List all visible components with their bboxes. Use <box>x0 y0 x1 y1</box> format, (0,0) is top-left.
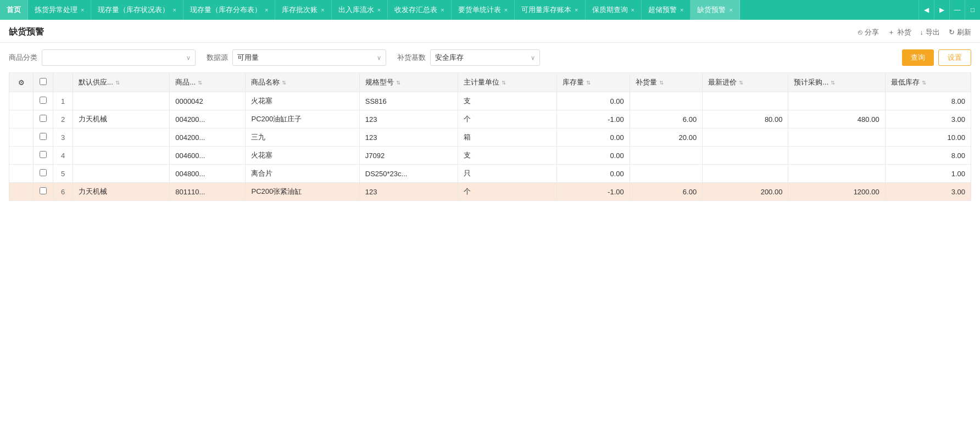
row-estimated-purchase: 480.00 <box>788 110 885 128</box>
nav-tab-expiry-query[interactable]: 保质期查询× <box>586 0 642 20</box>
product-name-th-label: 商品名称 <box>251 77 280 87</box>
row-gear-cell <box>9 92 34 110</box>
column-select-all-th[interactable] <box>34 73 53 92</box>
category-select[interactable]: ∨ <box>42 49 196 66</box>
column-estimated-purchase-th[interactable]: 预计采购... ⇅ <box>788 73 885 92</box>
table-row: 6力天机械801110...PC200张紧油缸123个-1.006.00200.… <box>9 183 971 201</box>
refresh-action[interactable]: ↻ 刷新 <box>949 27 971 37</box>
column-default-supplier-th[interactable]: 默认供应... ⇅ <box>73 73 170 92</box>
datasource-select-value: 可用量 <box>237 53 259 63</box>
row-checkbox[interactable] <box>40 133 47 140</box>
query-button[interactable]: 查询 <box>902 49 934 66</box>
row-checkbox[interactable] <box>40 151 47 158</box>
row-min-stock: 8.00 <box>885 147 971 165</box>
share-action[interactable]: ⎋ 分享 <box>858 27 879 37</box>
row-min-stock: 3.00 <box>885 110 971 128</box>
column-stock-th[interactable]: 库存量 ⇅ <box>557 73 630 92</box>
row-unit: 只 <box>458 165 557 183</box>
row-product-code: 004200... <box>170 128 246 147</box>
nav-tab-overstock[interactable]: 超储预警× <box>642 0 691 20</box>
row-checkbox[interactable] <box>40 115 47 122</box>
replenish-basis-filter-group: 补货基数 安全库存 ∨ <box>397 49 540 66</box>
export-label: 导出 <box>926 27 940 37</box>
latest-price-sort-icon: ⇅ <box>739 80 743 86</box>
table-row: 2力天机械004200...PC200油缸庄子123个-1.006.0080.0… <box>9 110 971 128</box>
min-stock-th-label: 最低库存 <box>891 77 920 87</box>
row-default-supplier <box>73 92 170 110</box>
row-latest-price <box>703 92 788 110</box>
nav-tab-home[interactable]: 首页 <box>0 0 28 20</box>
column-min-stock-th[interactable]: 最低库存 ⇅ <box>885 73 971 92</box>
row-checkbox[interactable] <box>40 97 47 104</box>
row-default-supplier <box>73 165 170 183</box>
nav-tab-demand-stat[interactable]: 要货单统计表× <box>452 0 515 20</box>
row-replenish-qty <box>630 165 702 183</box>
table-container: ⚙ 默认供应... ⇅ 商品... <box>0 72 980 201</box>
replenish-icon: ＋ <box>888 27 895 37</box>
row-checkbox-cell <box>34 92 53 110</box>
nav-tab-close-collect-summary[interactable]: × <box>441 7 444 13</box>
row-gear-cell <box>9 110 34 128</box>
column-product-code-th[interactable]: 商品... ⇅ <box>170 73 246 92</box>
nav-tab-close-inventory-status[interactable]: × <box>172 7 176 13</box>
nav-minimize-button[interactable]: — <box>949 0 965 20</box>
nav-tab-close-flow[interactable]: × <box>377 7 381 13</box>
replenish-action[interactable]: ＋ 补货 <box>888 27 911 37</box>
row-estimated-purchase <box>788 147 885 165</box>
nav-tab-inventory-status[interactable]: 现存量（库存状况表）× <box>91 0 183 20</box>
nav-tab-close-demand-stat[interactable]: × <box>504 7 508 13</box>
column-spec-th[interactable]: 规格型号 ⇅ <box>359 73 458 92</box>
row-estimated-purchase <box>788 92 885 110</box>
column-replenish-qty-th[interactable]: 补货量 ⇅ <box>630 73 702 92</box>
row-gear-cell <box>9 165 34 183</box>
spec-th-label: 规格型号 <box>365 77 394 87</box>
nav-tab-exception[interactable]: 拣货异常处理× <box>28 0 91 20</box>
export-action[interactable]: ↓ 导出 <box>920 27 940 37</box>
nav-tab-close-overstock[interactable]: × <box>680 7 683 13</box>
replenish-basis-select[interactable]: 安全库存 ∨ <box>430 49 540 66</box>
row-min-stock: 10.00 <box>885 128 971 147</box>
nav-maximize-button[interactable]: □ <box>965 0 980 20</box>
nav-tab-flow[interactable]: 出入库流水× <box>332 0 388 20</box>
row-unit: 个 <box>458 110 557 128</box>
nav-tab-close-shortage[interactable]: × <box>729 7 732 13</box>
top-nav: 首页拣货异常处理×现存量（库存状况表）×现存量（库存分布表）×库存批次账×出入库… <box>0 0 980 20</box>
row-stock: 0.00 <box>557 147 630 165</box>
row-checkbox[interactable] <box>40 187 47 194</box>
column-latest-price-th[interactable]: 最新进价 ⇅ <box>703 73 788 92</box>
row-estimated-purchase <box>788 165 885 183</box>
nav-tab-close-exception[interactable]: × <box>81 7 84 13</box>
nav-tab-available-ledger[interactable]: 可用量库存账本× <box>515 0 585 20</box>
row-checkbox[interactable] <box>40 169 47 176</box>
row-product-name: 三九 <box>246 128 359 147</box>
row-checkbox-cell <box>34 165 53 183</box>
nav-tab-collect-summary[interactable]: 收发存汇总表× <box>388 0 451 20</box>
nav-tab-close-expiry-query[interactable]: × <box>631 7 634 13</box>
row-product-code: 0000042 <box>170 92 246 110</box>
datasource-filter-group: 数据源 可用量 ∨ <box>207 49 386 66</box>
nav-tab-batch-account[interactable]: 库存批次账× <box>275 0 331 20</box>
datasource-select[interactable]: 可用量 ∨ <box>232 49 386 66</box>
settings-button[interactable]: 设置 <box>938 49 971 66</box>
column-product-name-th[interactable]: 商品名称 ⇅ <box>246 73 359 92</box>
nav-prev-button[interactable]: ◀ <box>918 0 934 20</box>
row-number: 5 <box>53 165 73 183</box>
nav-tab-inventory-dist[interactable]: 现存量（库存分布表）× <box>183 0 275 20</box>
row-unit: 支 <box>458 147 557 165</box>
column-unit-th[interactable]: 主计量单位 ⇅ <box>458 73 557 92</box>
row-replenish-qty <box>630 147 702 165</box>
row-spec: J7092 <box>359 147 458 165</box>
nav-tab-close-inventory-dist[interactable]: × <box>265 7 268 13</box>
product-code-sort-icon: ⇅ <box>198 80 202 86</box>
unit-sort-icon: ⇅ <box>502 80 506 86</box>
row-stock: 0.00 <box>557 165 630 183</box>
nav-tab-close-batch-account[interactable]: × <box>321 7 324 13</box>
nav-tab-shortage[interactable]: 缺货预警× <box>691 0 739 20</box>
select-all-checkbox[interactable] <box>40 78 47 85</box>
row-unit: 箱 <box>458 128 557 147</box>
nav-next-button[interactable]: ▶ <box>934 0 949 20</box>
nav-tab-close-available-ledger[interactable]: × <box>575 7 578 13</box>
column-settings-th[interactable]: ⚙ <box>9 73 34 92</box>
row-latest-price <box>703 128 788 147</box>
replenish-basis-select-arrow: ∨ <box>531 54 535 61</box>
